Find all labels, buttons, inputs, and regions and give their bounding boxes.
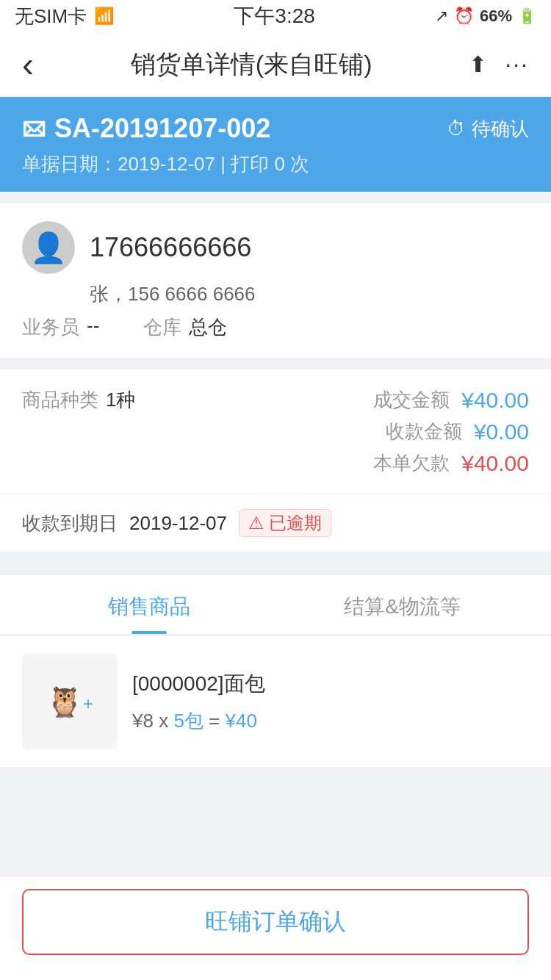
product-info: [0000002]面包 ¥8 x 5包 = ¥40 — [132, 654, 529, 749]
warehouse-value: 总仓 — [189, 314, 227, 340]
order-status: ⏱ 待确认 — [447, 116, 529, 142]
alarm-icon: ⏰ — [454, 7, 474, 26]
amount-row-0: 成交金额 ¥40.00 — [373, 387, 529, 413]
summary-row: 商品种类 1种 成交金额 ¥40.00 收款金额 ¥0.00 本单欠款 ¥40.… — [22, 387, 529, 476]
nav-bar: 销货单详情(来自旺铺) ⬆ ··· — [0, 32, 551, 97]
product-item: 🦉+ [0000002]面包 ¥8 x 5包 = ¥40 — [0, 636, 551, 767]
due-date-value: 2019-12-07 — [129, 512, 227, 535]
back-button[interactable] — [22, 44, 34, 84]
share-icon[interactable]: ⬆ — [469, 51, 487, 77]
amount-label-1: 收款金额 — [386, 419, 462, 444]
product-thumbnail: 🦉+ — [22, 654, 118, 749]
overdue-label: 已逾期 — [269, 511, 322, 535]
product-types-label: 商品种类 — [22, 387, 98, 413]
bottom-bar: 旺铺订单确认 — [0, 877, 551, 980]
price-total: ¥40 — [225, 710, 256, 732]
amount-value-0: ¥40.00 — [461, 388, 529, 413]
clock-icon: ⏱ — [447, 118, 466, 140]
more-icon[interactable]: ··· — [505, 51, 529, 78]
customer-section: 👤 17666666666 张，156 6666 6666 业务员 -- 仓库 … — [0, 203, 551, 358]
customer-phone[interactable]: 17666666666 — [90, 232, 251, 263]
order-date: 单据日期：2019-12-07 | 打印 0 次 — [22, 151, 529, 177]
confirm-button[interactable]: 旺铺订单确认 — [22, 889, 529, 955]
warehouse-label: 仓库 — [143, 314, 181, 340]
location-icon: ↗ — [435, 7, 448, 26]
avatar: 👤 — [22, 221, 75, 274]
amount-label-0: 成交金额 — [373, 387, 450, 413]
due-label: 收款到期日 — [22, 511, 118, 536]
battery-label: 66% — [480, 7, 512, 26]
truck-icon: 🖂 — [22, 115, 46, 143]
status-left: 无SIM卡 📶 — [15, 4, 114, 29]
due-date-section: 收款到期日 2019-12-07 ⚠ 已逾期 — [0, 494, 551, 552]
amount-label-2: 本单欠款 — [373, 450, 450, 476]
wifi-icon: 📶 — [94, 7, 114, 26]
customer-name: 张，156 6666 6666 — [90, 281, 529, 307]
page-title: 销货单详情(来自旺铺) — [131, 48, 372, 82]
divider-2 — [0, 552, 551, 563]
order-header-top: 🖂 SA-20191207-002 ⏱ 待确认 — [22, 113, 529, 144]
amount-value-2: ¥40.00 — [461, 451, 529, 476]
amount-row-2: 本单欠款 ¥40.00 — [373, 450, 529, 476]
price-text: ¥8 x — [132, 710, 173, 732]
amount-row-1: 收款金额 ¥0.00 — [386, 419, 529, 444]
divider-1 — [0, 358, 551, 370]
product-types-value: 1种 — [106, 387, 135, 413]
carrier-label: 无SIM卡 — [15, 4, 87, 29]
tab-settlement[interactable]: 结算&物流等 — [276, 575, 529, 634]
product-thumb-icon: 🦉+ — [46, 685, 93, 719]
product-types: 商品种类 1种 — [22, 387, 135, 413]
customer-row: 👤 17666666666 — [22, 221, 529, 274]
product-price: ¥8 x 5包 = ¥40 — [132, 708, 529, 734]
salesperson-value: -- — [87, 314, 99, 340]
salesperson-label: 业务员 — [22, 314, 79, 340]
overdue-badge: ⚠ 已逾期 — [239, 509, 331, 537]
order-id: 🖂 SA-20191207-002 — [22, 113, 270, 144]
price-qty: 5包 — [173, 710, 203, 732]
status-bar: 无SIM卡 📶 下午3:28 ↗ ⏰ 66% 🔋 — [0, 0, 551, 32]
amounts-block: 成交金额 ¥40.00 收款金额 ¥0.00 本单欠款 ¥40.00 — [373, 387, 529, 476]
tab-sales-product[interactable]: 销售商品 — [22, 575, 276, 634]
avatar-icon: 👤 — [30, 231, 67, 265]
salesperson-item: 业务员 -- — [22, 314, 99, 340]
status-label: 待确认 — [472, 116, 529, 142]
battery-icon: 🔋 — [518, 7, 536, 25]
amount-value-1: ¥0.00 — [474, 419, 529, 444]
summary-section: 商品种类 1种 成交金额 ¥40.00 收款金额 ¥0.00 本单欠款 ¥40.… — [0, 370, 551, 494]
status-right: ↗ ⏰ 66% 🔋 — [435, 7, 536, 26]
warn-icon: ⚠ — [248, 513, 264, 533]
order-header: 🖂 SA-20191207-002 ⏱ 待确认 单据日期：2019-12-07 … — [0, 97, 551, 192]
price-equals: = — [204, 710, 226, 732]
customer-meta: 业务员 -- 仓库 总仓 — [22, 314, 529, 340]
product-name: [0000002]面包 — [132, 670, 529, 698]
nav-actions: ⬆ ··· — [469, 51, 529, 78]
status-time: 下午3:28 — [234, 2, 315, 30]
tabs-section: 销售商品 结算&物流等 — [0, 575, 551, 635]
warehouse-item: 仓库 总仓 — [143, 314, 227, 340]
